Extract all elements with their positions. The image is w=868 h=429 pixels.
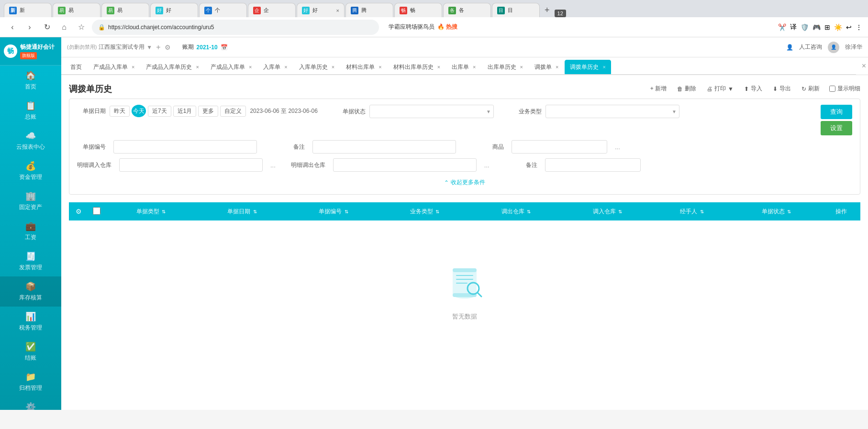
tab-close-11[interactable]: ×	[602, 64, 605, 70]
tab-issue-history[interactable]: 出库单历史 ×	[482, 60, 528, 74]
nav-translate-icon[interactable]: 译	[790, 23, 797, 32]
tab-material-out[interactable]: 材料出库单 ×	[341, 60, 387, 74]
col-in-warehouse[interactable]: 调入仓库 ⇅	[562, 202, 653, 220]
biztype-select[interactable]	[545, 105, 679, 118]
nav-shield-icon[interactable]: 🛡️	[801, 23, 809, 31]
browser-tab-8[interactable]: 腾 腾	[345, 3, 393, 17]
nav-star[interactable]: ☆	[75, 21, 88, 34]
nav-refresh[interactable]: ↻	[40, 21, 54, 34]
browser-tab-10[interactable]: 各 各	[443, 3, 491, 17]
refresh-btn[interactable]: ↻ 刷新	[797, 83, 824, 95]
tab-close-4[interactable]: ×	[284, 64, 287, 70]
tab-close-1[interactable]: ×	[132, 64, 134, 70]
date-btn-1month[interactable]: 近1月	[173, 106, 197, 117]
col-handler[interactable]: 经手人 ⇅	[653, 202, 731, 220]
settings-btn[interactable]: ⚙	[165, 44, 171, 51]
date-btn-custom[interactable]: 自定义	[220, 106, 246, 117]
nav-menu-icon[interactable]: ⋮	[856, 23, 862, 31]
tab-close-8[interactable]: ×	[473, 64, 476, 70]
tab-close-2[interactable]: ×	[196, 64, 199, 70]
calendar-icon[interactable]: 📅	[221, 44, 228, 51]
col-biz-type[interactable]: 业务类型 ⇅	[379, 202, 470, 220]
service-btn[interactable]: 人工咨询	[799, 43, 822, 51]
settings-filter-btn[interactable]: 设置	[821, 121, 852, 135]
tab-close-10[interactable]: ×	[556, 64, 558, 70]
col-check[interactable]	[88, 202, 105, 220]
sort-icon-doc-num[interactable]: ⇅	[345, 209, 348, 214]
sort-icon-doc-type[interactable]: ⇅	[162, 209, 166, 214]
col-doc-type[interactable]: 单据类型 ⇅	[105, 202, 197, 220]
company-dropdown-icon[interactable]: ▼	[146, 44, 152, 51]
nav-sun-icon[interactable]: ☀️	[834, 23, 842, 31]
tab-close-3[interactable]: ×	[249, 64, 252, 70]
nav-tools-icon[interactable]: ✂️	[778, 23, 786, 31]
sidebar-item-tax[interactable]: 📊 税务管理	[0, 307, 61, 337]
detail-in-dots[interactable]: ...	[270, 162, 276, 169]
date-btn-yesterday[interactable]: 昨天	[110, 106, 130, 117]
table-gear-icon[interactable]: ⚙	[76, 208, 82, 215]
date-btn-more[interactable]: 更多	[198, 106, 218, 117]
sidebar-item-reports[interactable]: ☁️ 云报表中心	[0, 126, 61, 156]
tab-receipt-history[interactable]: 入库单历史 ×	[294, 60, 340, 74]
goods-input[interactable]	[512, 140, 607, 154]
detail-out-input[interactable]	[333, 158, 477, 172]
tab-transfer-history[interactable]: 调拨单历史 ×	[565, 60, 611, 74]
col-doc-num[interactable]: 单据编号 ⇅	[288, 202, 379, 220]
tab-issue[interactable]: 出库单 ×	[446, 60, 481, 74]
browser-tab-7[interactable]: 好 好 ×	[297, 3, 345, 17]
sort-icon-biz-type[interactable]: ⇅	[435, 209, 439, 214]
sidebar-item-ledger[interactable]: 📋 总账	[0, 96, 61, 126]
user-name[interactable]: 徐泽华	[845, 43, 862, 51]
detail-out-dots[interactable]: ...	[484, 162, 490, 169]
nav-back[interactable]: ‹	[6, 21, 19, 34]
detail-in-input[interactable]	[119, 158, 263, 172]
browser-tab-2[interactable]: 易 易	[53, 3, 100, 17]
tab-receipt[interactable]: 入库单 ×	[258, 60, 292, 74]
import-btn[interactable]: ⬆ 导入	[739, 83, 767, 95]
export-btn[interactable]: ⬇ 导出	[768, 83, 796, 95]
sort-icon-doc-date[interactable]: ⇅	[253, 209, 257, 214]
sidebar-item-salary[interactable]: 💼 工资	[0, 216, 61, 246]
browser-tab-6[interactable]: 企 企	[248, 3, 296, 17]
sort-icon-out-warehouse[interactable]: ⇅	[527, 209, 531, 214]
remark-input[interactable]	[312, 140, 456, 154]
col-out-warehouse[interactable]: 调出仓库 ⇅	[470, 202, 562, 220]
date-btn-today[interactable]: 今天	[132, 105, 146, 117]
docnum-input[interactable]	[113, 140, 257, 154]
goods-picker-icon[interactable]: ...	[615, 143, 620, 151]
sort-icon-doc-status[interactable]: ⇅	[787, 209, 791, 214]
sidebar-item-invoice[interactable]: 🧾 发票管理	[0, 246, 61, 276]
browser-tab-11[interactable]: 目 目	[492, 3, 540, 17]
sidebar-item-assets[interactable]: 🏢 固定资产	[0, 186, 61, 216]
tab-finished-goods-in-2[interactable]: 产成品入库单 ×	[205, 60, 257, 74]
tab-close-6[interactable]: ×	[378, 64, 381, 70]
address-bar[interactable]: 🔒 https://cloud.chanjet.com/accounting/u…	[92, 20, 379, 35]
sidebar-item-archive[interactable]: 📁 归档管理	[0, 367, 61, 397]
tab-home[interactable]: 首页	[65, 60, 87, 74]
print-dropdown-icon[interactable]: ▼	[728, 86, 734, 92]
nav-game-icon[interactable]: 🎮	[812, 23, 821, 31]
tab-close-5[interactable]: ×	[332, 64, 334, 70]
tab-transfer[interactable]: 调拨单 ×	[529, 60, 564, 74]
date-btn-7days[interactable]: 近7天	[148, 106, 171, 117]
company-selector[interactable]: (勿删勿禁用) 江西服宝测试专用 ▼	[67, 43, 152, 51]
query-btn[interactable]: 查询	[821, 105, 852, 119]
new-tab-button[interactable]: +	[541, 3, 554, 17]
close-all-tabs-btn[interactable]: ×	[860, 60, 868, 72]
sort-icon-handler[interactable]: ⇅	[700, 209, 704, 214]
nav-grid-icon[interactable]: ⊞	[824, 23, 830, 31]
nav-forward[interactable]: ›	[23, 21, 36, 34]
remark2-input[interactable]	[545, 158, 641, 172]
sidebar-item-home[interactable]: 🏠 首页	[0, 66, 61, 96]
tab-finished-goods-in-history[interactable]: 产成品入库单历史 ×	[141, 60, 204, 74]
print-btn[interactable]: 🖨 打印 ▼	[702, 83, 738, 95]
browser-tab-5[interactable]: 个 个	[199, 3, 247, 17]
nav-home[interactable]: ⌂	[57, 21, 71, 34]
tab-material-out-history[interactable]: 材料出库单历史 ×	[388, 60, 445, 74]
browser-tab-1[interactable]: 新 新	[4, 3, 52, 17]
sort-icon-in-warehouse[interactable]: ⇅	[618, 209, 622, 214]
nav-undo-icon[interactable]: ↩	[846, 23, 852, 31]
add-company-btn[interactable]: +	[156, 43, 160, 52]
select-all-checkbox[interactable]	[93, 207, 100, 215]
col-doc-status[interactable]: 单据状态 ⇅	[731, 202, 822, 220]
